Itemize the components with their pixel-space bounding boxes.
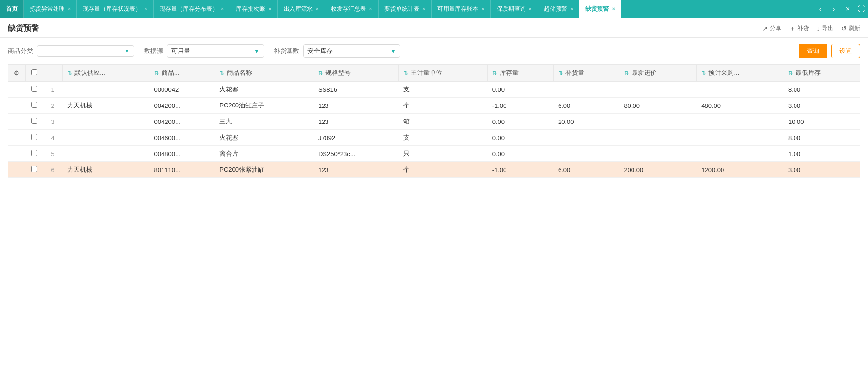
replenish-button[interactable]: ＋ 补货 [789,24,809,33]
tab-demand-close[interactable]: × [422,6,425,12]
tab-demand-label: 要货单统计表 [384,5,419,13]
tab-batch-label: 库存批次账 [236,5,265,13]
col-header-spec[interactable]: ⇅ 规格型号 [313,65,398,82]
row-stock-3: 0.00 [488,130,553,146]
tab-home[interactable]: 首页 [0,0,24,18]
table-container: ⚙ ⇅ 默认供应... ⇅ 商品... ⇅ [0,64,868,186]
datasource-select[interactable]: 可用量 ▼ [167,44,264,58]
col-header-supplier[interactable]: ⇅ 默认供应... [62,65,149,82]
col-header-unit[interactable]: ⇅ 主计量单位 [398,65,488,82]
row-check-0[interactable] [31,86,37,92]
row-checkbox-1[interactable] [25,98,43,114]
tab-inventory-status-close[interactable]: × [144,6,147,12]
row-supplier-5: 力天机械 [62,162,149,178]
tab-inventory-dist-close[interactable]: × [221,6,224,12]
row-num-5: 6 [43,162,62,178]
col-header-num [43,65,62,82]
tab-close-btn[interactable]: × [841,0,854,18]
sort-icon-product-name: ⇅ [220,70,224,76]
row-checkbox-3[interactable] [25,130,43,146]
export-button[interactable]: ↓ 导出 [817,24,834,33]
sort-icon-stock: ⇅ [492,70,497,76]
col-header-stock[interactable]: ⇅ 库存量 [488,65,553,82]
row-checkbox-2[interactable] [25,114,43,130]
col-product-code-label: 商品... [162,69,180,76]
tab-collect[interactable]: 收发存汇总表 × [325,0,378,18]
row-settings-3 [8,130,25,146]
tab-expand-btn[interactable]: ⛶ [854,0,868,18]
tab-batch-close[interactable]: × [268,6,271,12]
row-check-1[interactable] [31,102,37,108]
sort-icon-supplier: ⇅ [68,70,72,76]
col-header-replenish[interactable]: ⇅ 补货量 [553,65,619,82]
col-header-settings[interactable]: ⚙ [8,65,25,82]
replenish-base-select[interactable]: 安全库存 ▼ [303,44,400,58]
col-header-product-code[interactable]: ⇅ 商品... [149,65,215,82]
row-supplier-4 [62,146,149,162]
row-check-4[interactable] [31,150,37,156]
col-header-min-stock[interactable]: ⇅ 最低库存 [783,65,860,82]
tab-shortage[interactable]: 缺货预警 × [579,0,621,18]
row-product-code-3: 004600... [149,130,215,146]
row-checkbox-0[interactable] [25,82,43,98]
tab-bar: 首页 拣货异常处理 × 现存量（库存状况表） × 现存量（库存分布表） × 库存… [0,0,868,18]
row-unit-4: 只 [398,146,488,162]
row-checkbox-4[interactable] [25,146,43,162]
sort-icon-est-purchase: ⇅ [702,70,706,76]
tab-available[interactable]: 可用量库存账本 × [432,0,490,18]
select-all-checkbox[interactable] [31,69,37,75]
tab-batch[interactable]: 库存批次账 × [230,0,277,18]
tab-inout-flow-close[interactable]: × [316,6,319,12]
row-unit-0: 支 [398,82,488,98]
tab-inout-flow[interactable]: 出入库流水 × [278,0,325,18]
row-product-name-3: 火花塞 [215,130,313,146]
replenish-icon: ＋ [789,24,796,33]
category-select[interactable]: ▼ [37,45,134,57]
row-check-3[interactable] [31,134,37,140]
refresh-button[interactable]: ↺ 刷新 [841,24,860,33]
col-stock-label: 库存量 [500,69,519,76]
col-header-checkbox[interactable] [25,65,43,82]
tab-available-close[interactable]: × [481,6,484,12]
row-spec-0: SS816 [313,82,398,98]
tab-inventory-status[interactable]: 现存量（库存状况表） × [77,0,153,18]
category-filter-group: 商品分类 ▼ [8,45,134,57]
col-header-est-purchase[interactable]: ⇅ 预计采购... [696,65,783,82]
row-min-stock-3: 8.00 [783,130,860,146]
table-row: 6 力天机械 801110... PC200张紧油缸 123 个 -1.00 6… [8,162,860,178]
row-settings-2 [8,114,25,130]
tab-expiry-close[interactable]: × [529,6,532,12]
tab-overstock[interactable]: 超储预警 × [538,0,579,18]
row-check-5[interactable] [31,166,37,172]
tab-abnormal[interactable]: 拣货异常处理 × [24,0,77,18]
row-settings-5 [8,162,25,178]
row-min-stock-4: 1.00 [783,146,860,162]
col-min-stock-label: 最低库存 [796,69,821,76]
tab-shortage-close[interactable]: × [612,6,615,12]
table-row: 3 004200... 三九 123 箱 0.00 20.00 10.00 [8,114,860,130]
tab-overstock-close[interactable]: × [570,6,573,12]
tab-collect-close[interactable]: × [369,6,372,12]
col-header-product-name[interactable]: ⇅ 商品名称 [215,65,313,82]
tab-demand[interactable]: 要货单统计表 × [379,0,432,18]
col-replenish-label: 补货量 [565,69,584,76]
row-checkbox-5[interactable] [25,162,43,178]
settings-button[interactable]: 设置 [831,44,860,58]
row-num-1: 2 [43,98,62,114]
row-check-2[interactable] [31,118,37,124]
row-min-stock-2: 10.00 [783,114,860,130]
tab-next-btn[interactable]: › [827,0,841,18]
tab-abnormal-close[interactable]: × [68,6,71,12]
query-button[interactable]: 查询 [799,44,827,58]
table-row: 2 力天机械 004200... PC200油缸庄子 123 个 -1.00 6… [8,98,860,114]
tab-inventory-dist[interactable]: 现存量（库存分布表） × [154,0,230,18]
col-supplier-label: 默认供应... [74,69,105,76]
share-button[interactable]: ↗ 分享 [762,24,781,33]
tab-expiry[interactable]: 保质期查询 × [491,0,538,18]
row-product-code-5: 801110... [149,162,215,178]
tab-prev-btn[interactable]: ‹ [814,0,827,18]
gear-icon[interactable]: ⚙ [14,70,19,77]
refresh-label: 刷新 [849,24,860,33]
tab-abnormal-label: 拣货异常处理 [30,5,65,13]
col-header-latest-price[interactable]: ⇅ 最新进价 [619,65,696,82]
